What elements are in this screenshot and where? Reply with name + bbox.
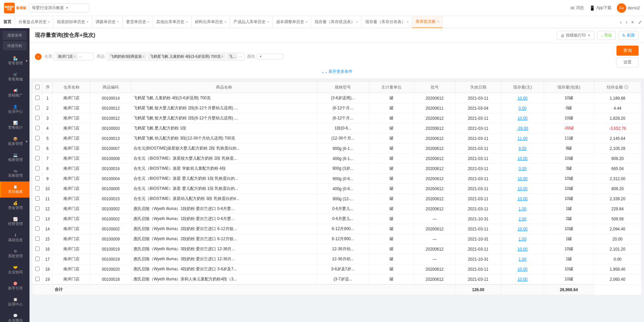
sidebar-item-operations[interactable]: 📈 经营管理 (0, 214, 30, 230)
row-qty-main[interactable]: 1.00 (501, 254, 544, 264)
row-qty-main[interactable]: 10.00 (501, 93, 544, 103)
row-check[interactable] (33, 93, 43, 103)
sidebar-item-ecommerce[interactable]: 💻 电商管理 (0, 150, 30, 166)
tab-kucunzhuangkuang[interactable]: 现存量（库存状况表） × (311, 16, 362, 28)
row-qty-main[interactable]: 10.00 (501, 244, 544, 254)
row-checkbox[interactable] (35, 247, 40, 251)
sidebar-item-system[interactable]: ⚙ 系统管理 (0, 246, 30, 262)
refresh-button[interactable]: ↻ 刷新 (619, 31, 639, 40)
tab-maximize-button[interactable]: ⤢ (636, 18, 644, 26)
goods-tag-close-icon[interactable]: × (221, 55, 223, 58)
row-checkbox[interactable] (35, 146, 40, 150)
tab-close-all-button[interactable]: × (629, 18, 636, 26)
row-check[interactable] (33, 254, 43, 264)
select-all-checkbox[interactable] (35, 85, 40, 89)
row-check[interactable] (33, 184, 43, 194)
row-checkbox[interactable] (35, 106, 40, 110)
warehouse-filter-box[interactable]: 南岸门店 × ··· (54, 53, 94, 60)
row-qty-main[interactable]: 10.00 (501, 264, 544, 274)
row-check[interactable] (33, 214, 43, 224)
tab-chengbentiaozheng[interactable]: 成本调整单历史 × (273, 16, 311, 28)
row-check[interactable] (33, 154, 43, 164)
user-menu[interactable]: Ea demo2 (617, 3, 640, 13)
row-checkbox[interactable] (35, 116, 40, 120)
row-checkbox[interactable] (35, 186, 40, 191)
expand-more-button[interactable]: ⌄⌄ 展开更多条件 (321, 69, 353, 74)
tab-kucunfenbu[interactable]: 现存量（库存分布表） × (362, 16, 413, 28)
row-qty-main[interactable]: 9.00 (501, 144, 544, 154)
warehouse-tag-close-icon[interactable]: × (73, 55, 75, 58)
row-check[interactable] (33, 174, 43, 184)
row-check[interactable] (33, 144, 43, 154)
row-qty-main[interactable]: 10.00 (501, 174, 544, 184)
row-check[interactable] (33, 164, 43, 174)
tab-close-icon[interactable]: × (306, 20, 308, 24)
row-checkbox[interactable] (35, 126, 40, 130)
tab-cailiaochuku[interactable]: 材料出库单历史 × (192, 16, 230, 28)
row-checkbox[interactable] (35, 136, 40, 140)
tab-home[interactable]: 首页 (0, 16, 15, 28)
row-qty-main[interactable]: 10.00 (501, 274, 544, 285)
tab-diaobodanhis[interactable]: 调拨单历史 × (92, 16, 123, 28)
goods-filter-ellipsis[interactable]: ··· (239, 54, 242, 59)
row-checkbox[interactable] (35, 257, 40, 261)
tab-close-icon[interactable]: × (48, 20, 50, 24)
sidebar-item-retail-management[interactable]: 🏪 零售管理 ▼ (0, 53, 30, 69)
export-button[interactable]: ↓ 导出 (597, 31, 616, 40)
sidebar-item-purchase[interactable]: 🛍 采购管理 (0, 166, 30, 181)
sidebar-item-marketing[interactable]: 📢 营销推广 (0, 85, 30, 101)
sidebar-item-app-center[interactable]: 🔲 应用中心 (0, 294, 30, 310)
tab-close-icon[interactable]: × (407, 20, 409, 24)
warehouse-filter-ellipsis[interactable]: ··· (79, 54, 82, 59)
row-qty-main[interactable]: 10.00 (501, 184, 544, 194)
row-checkbox[interactable] (35, 196, 40, 201)
row-check[interactable] (33, 123, 43, 133)
tab-close-icon[interactable]: × (117, 20, 119, 24)
row-check[interactable] (33, 204, 43, 214)
sidebar-item-basic-info[interactable]: ℹ 基础信息 (0, 230, 30, 246)
row-qty-main[interactable]: 10.00 (501, 194, 544, 204)
row-checkbox[interactable] (35, 277, 40, 281)
tab-close-icon[interactable]: × (186, 20, 188, 24)
tab-prev-button[interactable]: ‹ (618, 18, 624, 26)
row-qty-main[interactable]: -39.00 (501, 123, 544, 133)
row-qty-main[interactable]: 1.00 (501, 204, 544, 214)
row-qty-main[interactable]: 10.00 (501, 154, 544, 164)
sidebar-item-guide[interactable]: 🎯 新手引导 (0, 278, 30, 294)
app-download-button[interactable]: 📱 App下载 (589, 5, 611, 11)
tab-zuzhuangchaijian[interactable]: 组装拆卸单历史 × (54, 16, 92, 28)
row-check[interactable] (33, 133, 43, 144)
tab-yaohuodan[interactable]: 要货单历史 × (123, 16, 153, 28)
goods-tag-close-icon[interactable]: × (143, 55, 145, 58)
search-menu-button[interactable]: 搜索菜单 (3, 31, 27, 40)
setting-button[interactable]: 设置 (616, 57, 639, 67)
row-check[interactable] (33, 224, 43, 234)
row-checkbox[interactable] (35, 236, 40, 241)
sidebar-item-finance[interactable]: 💰 资金管理 (0, 198, 30, 214)
tab-kucunpicizh[interactable]: 库存批次账 × (412, 16, 443, 28)
message-button[interactable]: ✉ 消息 (571, 5, 584, 11)
sidebar-item-wechat-work[interactable]: 💬 企业微信 (0, 310, 30, 322)
row-check[interactable] (33, 103, 43, 113)
row-checkbox[interactable] (35, 156, 40, 160)
sidebar-item-inventory[interactable]: 📋 库存核算 (0, 181, 30, 198)
search-button[interactable]: 查询 (616, 46, 639, 56)
row-checkbox[interactable] (35, 206, 40, 211)
row-checkbox[interactable] (35, 96, 40, 100)
color-filter-box[interactable]: ▼ (257, 54, 283, 59)
tab-fenliangpandian[interactable]: 分量盘点单历史 × (15, 16, 54, 28)
row-check[interactable] (33, 113, 43, 123)
row-check[interactable] (33, 234, 43, 244)
sidebar-item-retail-mall[interactable]: 🛒 零售商城 (0, 69, 30, 85)
tab-close-icon[interactable]: × (224, 20, 226, 24)
template-print-button[interactable]: 🖨 按模板打印 ▼ (557, 31, 594, 40)
row-qty-main[interactable]: 10.00 (501, 113, 544, 123)
tab-close-icon[interactable]: × (356, 20, 358, 24)
row-checkbox[interactable] (35, 176, 40, 180)
row-check[interactable] (33, 264, 43, 274)
tab-chanchengrukulis[interactable]: 产成品入库单历史 × (230, 16, 273, 28)
sidebar-item-wholesale[interactable]: 📦 批发管理 ▼ (0, 133, 30, 150)
row-qty-main[interactable]: 3.00 (501, 164, 544, 174)
sidebar-item-enterprise[interactable]: 🤝 企业协同 (0, 262, 30, 278)
row-check[interactable] (33, 274, 43, 285)
